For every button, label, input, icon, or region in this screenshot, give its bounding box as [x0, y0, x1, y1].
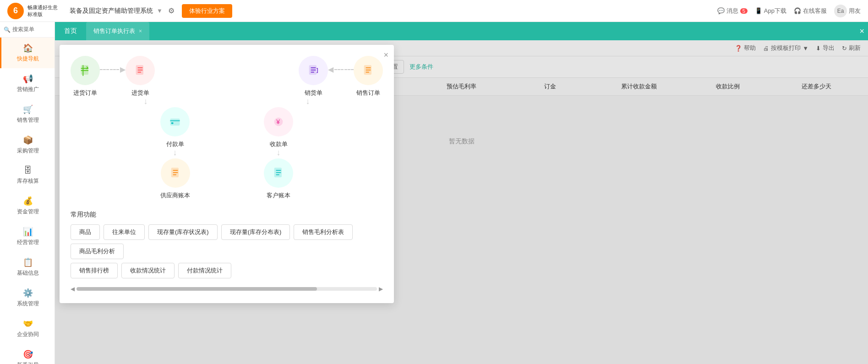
flow-bot-row: 供应商账本 客户账本	[71, 158, 383, 200]
arrow-h1: ▶	[100, 56, 126, 74]
supplier-ledger-node[interactable]: 供应商账本	[160, 158, 190, 200]
payment-icon	[160, 107, 190, 136]
message-icon: 💬	[717, 7, 725, 14]
receipt-node[interactable]: ¥ 收款单	[264, 107, 293, 148]
online-service-button[interactable]: 🎧 在线客服	[794, 7, 827, 15]
modal-close-button[interactable]: ×	[383, 50, 388, 60]
dropdown-icon[interactable]: ▼	[157, 7, 163, 14]
scroll-hint: ◀ ▶	[71, 286, 383, 292]
operation-icon: 📊	[23, 227, 33, 237]
settings-icon[interactable]: ⚙	[168, 6, 175, 15]
common-functions-title: 常用功能	[71, 211, 383, 219]
arrow-h2: ◀	[328, 56, 354, 74]
inventory-icon: 🗄	[24, 166, 32, 175]
quick-nav-modal: × 进货订单	[60, 45, 394, 303]
app-wrapper: 6 畅康通好生意 标准版 装备及固定资产辅助管理系统 ▼ ⚙ 体验行业方案 💬 …	[0, 0, 868, 364]
marketing-icon: 📢	[23, 74, 33, 84]
user-menu[interactable]: Ea 用友	[834, 5, 861, 17]
sales-bill-node[interactable]: 销货单	[299, 56, 328, 97]
message-button[interactable]: 💬 消息 5	[717, 7, 748, 15]
system-title: 装备及固定资产辅助管理系统 ▼ ⚙ 体验行业方案	[62, 4, 717, 18]
sales-order-node[interactable]: 销售订单	[354, 56, 383, 97]
func-btn-goods[interactable]: 商品	[71, 224, 100, 240]
svg-text:¥: ¥	[276, 118, 280, 125]
sidebar-item-quick-nav[interactable]: 🏠 快捷导航	[0, 38, 55, 68]
sales-order-icon	[354, 56, 383, 85]
sidebar-item-operation[interactable]: 📊 经营管理	[0, 221, 55, 252]
modal-overlay: × 进货订单	[55, 40, 868, 364]
sidebar-item-system[interactable]: ⚙️ 系统管理	[0, 283, 55, 313]
sidebar-item-guide[interactable]: 🎯 新手引导	[0, 344, 55, 364]
supplier-ledger-icon	[161, 158, 190, 188]
trial-button[interactable]: 体验行业方案	[182, 4, 232, 18]
basic-icon: 📋	[23, 257, 33, 267]
purchase-order-icon	[71, 56, 100, 85]
func-btn-payment-stats[interactable]: 付款情况统计	[178, 263, 231, 278]
func-btn-sales-profit[interactable]: 销售毛利分析表	[294, 224, 353, 240]
logo-text: 畅康通好生意 标准版	[27, 4, 58, 17]
tab-close-all[interactable]: ×	[859, 27, 864, 36]
tab-close-icon[interactable]: ×	[139, 28, 142, 34]
system-title-text: 装备及固定资产辅助管理系统	[70, 7, 153, 15]
sidebar-item-enterprise[interactable]: 🤝 企业协同	[0, 313, 55, 344]
svg-rect-5	[171, 122, 174, 124]
func-btn-goods-profit[interactable]: 商品毛利分析	[71, 244, 124, 259]
tab-home[interactable]: 首页	[55, 22, 86, 40]
top-right: 💬 消息 5 📱 App下载 🎧 在线客服 Ea 用友	[717, 5, 861, 17]
func-btn-inventory-status[interactable]: 现存量(库存状况表)	[148, 224, 218, 240]
sales-bill-icon	[299, 56, 328, 85]
purchase-bill-node[interactable]: 进货单	[126, 56, 155, 97]
sidebar-item-sales[interactable]: 🛒 销售管理	[0, 99, 55, 130]
common-functions: 常用功能 商品 往来单位 现存量(库存状况表) 现存量(库存分布表) 销售毛利分…	[71, 211, 383, 278]
home-icon: 🏠	[23, 43, 33, 53]
sidebar-item-finance[interactable]: 💰 资金管理	[0, 190, 55, 221]
flow-mid-row: 付款单 ¥ 收款单	[71, 107, 383, 148]
guide-icon: 🎯	[23, 349, 33, 359]
flow-diagram: 进货订单 ▶	[71, 56, 383, 200]
scroll-thumb	[76, 287, 317, 291]
finance-icon: 💰	[23, 196, 33, 206]
tab-bar: 首页 销售订单执行表 × ×	[55, 22, 868, 40]
sidebar-item-basic[interactable]: 📋 基础信息	[0, 252, 55, 283]
app-download-button[interactable]: 📱 App下载	[755, 7, 786, 15]
purchase-order-node[interactable]: 进货订单	[71, 56, 100, 97]
receipt-icon: ¥	[264, 107, 293, 136]
purchase-bill-icon	[126, 56, 155, 85]
sidebar: 🔍 搜索菜单 🏠 快捷导航 📢 营销推广 🛒 销售管理 📦 采购管理 🗄	[0, 22, 55, 364]
top-bar: 6 畅康通好生意 标准版 装备及固定资产辅助管理系统 ▼ ⚙ 体验行业方案 💬 …	[0, 0, 868, 22]
purchase-icon: 📦	[23, 135, 33, 145]
scroll-track[interactable]	[76, 287, 377, 291]
payment-node[interactable]: 付款单	[160, 107, 190, 148]
enterprise-icon: 🤝	[23, 319, 33, 329]
func-btn-partner[interactable]: 往来单位	[104, 224, 145, 240]
message-badge: 5	[740, 8, 748, 14]
svg-rect-0	[81, 65, 88, 75]
func-btn-receipt-stats[interactable]: 收款情况统计	[121, 263, 175, 278]
function-buttons: 商品 往来单位 现存量(库存状况表) 现存量(库存分布表) 销售毛利分析表 商品…	[71, 224, 383, 259]
svg-rect-4	[170, 119, 180, 125]
system-icon: ⚙️	[23, 288, 33, 298]
phone-icon: 📱	[755, 7, 762, 14]
func-btn-inventory-dist[interactable]: 现存量(库存分布表)	[221, 224, 290, 240]
sidebar-item-marketing[interactable]: 📢 营销推广	[0, 68, 55, 99]
logo-icon: 6	[7, 3, 24, 19]
search-menu[interactable]: 🔍 搜索菜单	[0, 22, 55, 38]
scroll-left-icon[interactable]: ◀	[71, 286, 75, 292]
flow-top-row: 进货订单 ▶	[71, 56, 383, 97]
scroll-right-icon[interactable]: ▶	[379, 286, 383, 292]
sidebar-item-purchase[interactable]: 📦 采购管理	[0, 130, 55, 160]
sales-icon: 🛒	[23, 104, 33, 114]
function-buttons-row2: 销售排行榜 收款情况统计 付款情况统计	[71, 263, 383, 278]
content-area: 首页 销售订单执行表 × × ❓ 帮助 🖨 按模板打印	[55, 22, 868, 364]
flow-arrows-row: ↓ ↓	[71, 97, 383, 105]
headset-icon: 🎧	[794, 7, 801, 14]
flow-arrows-row2: ↓ ↓	[71, 148, 383, 157]
sidebar-item-inventory[interactable]: 🗄 库存核算	[0, 160, 55, 190]
func-btn-sales-rank[interactable]: 销售排行榜	[71, 263, 118, 278]
tab-sales-order[interactable]: 销售订单执行表 ×	[86, 22, 149, 40]
customer-ledger-icon	[264, 158, 293, 188]
search-icon: 🔍	[4, 27, 11, 33]
user-avatar: Ea	[834, 5, 847, 17]
main-area: 🔍 搜索菜单 🏠 快捷导航 📢 营销推广 🛒 销售管理 📦 采购管理 🗄	[0, 22, 868, 364]
customer-ledger-node[interactable]: 客户账本	[264, 158, 293, 200]
